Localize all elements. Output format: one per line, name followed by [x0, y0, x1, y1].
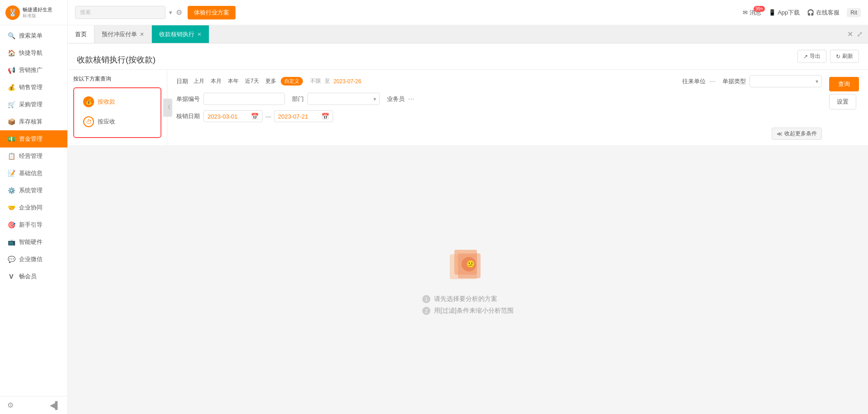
empty-illustration: 😕: [441, 241, 495, 286]
doc-no-filter-item: 单据编号: [176, 93, 285, 105]
tab-prepay-close[interactable]: ✕: [140, 31, 144, 38]
sidebar-item-basic-info[interactable]: 📝 基础信息: [0, 165, 67, 182]
user-avatar[interactable]: Rit: [847, 8, 861, 17]
industry-solution-button[interactable]: 体验行业方案: [188, 6, 236, 19]
topbar-search-box: 搜索: [75, 6, 165, 19]
step-1-num: 1: [422, 295, 430, 303]
staff-dots[interactable]: ···: [408, 95, 414, 103]
sidebar-logo: 🐰 畅捷通好生意 标准版: [0, 0, 67, 25]
custom-date-btn[interactable]: 自定义: [281, 77, 303, 86]
tab-collect-writeoff[interactable]: 收款核销执行 ✕: [152, 25, 209, 43]
settings-icon[interactable]: ⚙: [7, 401, 14, 409]
sidebar-item-search[interactable]: 🔍 搜索菜单: [0, 27, 67, 44]
setting-button[interactable]: 设置: [829, 94, 856, 109]
calendar-end-icon[interactable]: 📅: [321, 113, 329, 120]
staff-label: 业务员: [387, 95, 405, 103]
page-header: 收款核销执行(按收款) ↗ 导出 ↻ 刷新: [68, 43, 868, 70]
message-button[interactable]: ✉ 消息 99+: [743, 9, 761, 17]
sidebar-item-operation[interactable]: 📋 经营管理: [0, 148, 67, 165]
calendar-start-icon[interactable]: 📅: [251, 113, 259, 120]
date-to-label: 至: [325, 77, 330, 85]
7days-btn[interactable]: 近7天: [243, 76, 261, 86]
collapse-conditions-button[interactable]: ≪ 收起更多条件: [772, 128, 822, 140]
by-receivable-icon: ⏱: [83, 116, 94, 127]
doc-no-input[interactable]: [203, 93, 285, 105]
empty-state: 😕 1 请先选择要分析的方案 2 用[过滤]条件来缩小分析范围: [68, 145, 868, 414]
filter-by-collect[interactable]: 💰 按收款: [79, 93, 156, 111]
sidebar-item-marketing[interactable]: 📢 营销推广: [0, 62, 67, 79]
logo-text: 畅捷通好生意 标准版: [23, 6, 52, 19]
export-button[interactable]: ↗ 导出: [797, 50, 826, 63]
refresh-button[interactable]: ↻ 刷新: [830, 50, 859, 63]
collapse-filter-button[interactable]: 《: [163, 99, 172, 117]
counterpart-filter-item: 往来单位 ···: [682, 77, 715, 86]
enterprise-icon: 🤝: [7, 204, 15, 212]
system-icon: ⚙️: [7, 186, 15, 195]
date-label: 日期: [176, 77, 188, 86]
app-icon: 📱: [769, 9, 776, 16]
finance-icon: 💵: [7, 135, 15, 143]
step-2-num: 2: [422, 307, 430, 315]
writeoff-date-start-input[interactable]: [208, 113, 248, 120]
more-date-btn[interactable]: 更多: [264, 76, 278, 86]
counterpart-label: 往来单位: [682, 77, 706, 86]
filter-row-3: 核销日期 📅 — 📅: [176, 110, 822, 122]
logo-icon: 🐰: [5, 5, 20, 20]
search-icon: 🔍: [7, 32, 15, 40]
tab-collect-writeoff-close[interactable]: ✕: [197, 31, 202, 38]
collapse-sidebar-icon[interactable]: ◀▌: [50, 401, 60, 409]
this-month-btn[interactable]: 本月: [209, 76, 223, 86]
sidebar-item-member[interactable]: V 畅会员: [0, 268, 67, 285]
filter-left-panel: 按以下方案查询 💰 按收款 ⏱ 按应收 《: [68, 70, 167, 145]
sidebar-item-guide[interactable]: 🎯 新手引导: [0, 216, 67, 233]
sidebar-item-purchase[interactable]: 🛒 采购管理: [0, 96, 67, 113]
this-year-btn[interactable]: 本年: [226, 76, 241, 86]
sidebar-item-quick-nav[interactable]: 🏠 快捷导航: [0, 44, 67, 62]
sidebar-item-system[interactable]: ⚙️ 系统管理: [0, 182, 67, 199]
topbar-gear-icon[interactable]: ⚙: [176, 8, 182, 17]
dept-select[interactable]: [307, 93, 380, 105]
page-actions: ↗ 导出 ↻ 刷新: [797, 50, 859, 69]
filter-right-panel: 日期 上月 本月 本年 近7天 更多 自定义: [167, 70, 868, 145]
tab-home[interactable]: 首页: [68, 25, 94, 43]
tab-prepay[interactable]: 预付冲应付单 ✕: [94, 25, 152, 43]
staff-filter-item: 业务员 ···: [387, 95, 414, 103]
sidebar-item-inventory[interactable]: 📦 库存核算: [0, 113, 67, 130]
doc-type-select[interactable]: [750, 75, 822, 87]
sidebar-item-enterprise[interactable]: 🤝 企业协同: [0, 199, 67, 216]
query-button[interactable]: 查询: [829, 77, 859, 91]
sidebar-item-wechat[interactable]: 💬 企业微信: [0, 251, 67, 268]
fullscreen-button[interactable]: ⤢: [857, 30, 863, 38]
online-service-button[interactable]: 🎧 在线客服: [807, 9, 840, 17]
counterpart-dots[interactable]: ···: [709, 77, 715, 86]
filter-by-receivable[interactable]: ⏱ 按应收: [79, 113, 156, 131]
wechat-icon: 💬: [7, 255, 15, 263]
operation-icon: 📋: [7, 152, 15, 160]
sidebar-item-finance[interactable]: 💵 资金管理: [0, 130, 67, 148]
writeoff-date-range: 📅 — 📅: [203, 110, 333, 122]
sidebar-item-sales[interactable]: 💰 销售管理: [0, 79, 67, 96]
close-tab-button[interactable]: ✕: [847, 30, 853, 38]
home-icon: 🏠: [7, 49, 15, 57]
filter-row-1: 日期 上月 本月 本年 近7天 更多 自定义: [176, 75, 822, 87]
date-no-limit-area: 不限 至 2023-07-26: [310, 77, 675, 85]
last-month-btn[interactable]: 上月: [192, 76, 206, 86]
sidebar-item-smart-hw[interactable]: 📺 智能硬件: [0, 233, 67, 251]
app-download-button[interactable]: 📱 App下载: [769, 9, 800, 17]
empty-step-2: 2 用[过滤]条件来缩小分析范围: [422, 307, 514, 315]
by-collect-icon: 💰: [83, 96, 94, 107]
more-conditions-area: ≪ 收起更多条件: [176, 128, 822, 140]
empty-steps-list: 1 请先选择要分析的方案 2 用[过滤]条件来缩小分析范围: [422, 295, 514, 319]
writeoff-date-end-input[interactable]: [278, 113, 319, 120]
smart-hw-icon: 📺: [7, 238, 15, 246]
filter-options-border: 💰 按收款 ⏱ 按应收: [73, 87, 161, 138]
topbar-dropdown-icon[interactable]: ▾: [169, 9, 172, 16]
filter-left-title: 按以下方案查询: [73, 75, 161, 83]
page-title: 收款核销执行(按收款): [77, 54, 797, 65]
tabbar: 首页 预付冲应付单 ✕ 收款核销执行 ✕ ✕ ⤢: [68, 25, 868, 43]
dept-select-wrapper: ▾: [307, 93, 380, 105]
sidebar-footer: ⚙ ◀▌: [0, 396, 67, 414]
service-icon: 🎧: [807, 9, 814, 16]
topbar: 搜索 ▾ ⚙ 体验行业方案 ✉ 消息 99+ 📱 App下载 🎧 在线客服 Ri…: [68, 0, 868, 25]
date-range-separator: —: [265, 113, 271, 120]
